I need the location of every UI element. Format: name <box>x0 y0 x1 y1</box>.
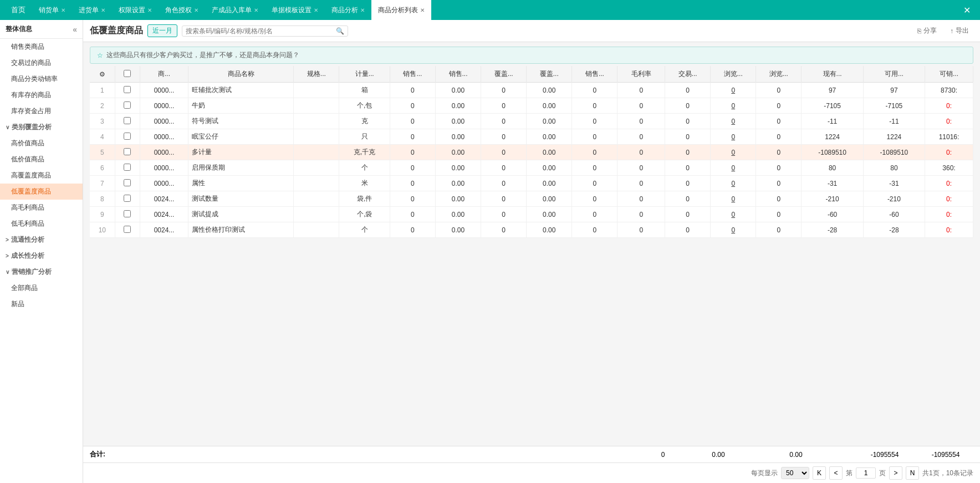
nav-product-entry[interactable]: 产成品入库单 ✕ <box>205 0 265 20</box>
row-name: 测试数量 <box>188 191 293 207</box>
sidebar-group-marketing[interactable]: ∨ 营销推广分析 <box>0 264 83 280</box>
row-browse1[interactable]: 0 <box>711 191 756 207</box>
sidebar-item-low-margin[interactable]: 低毛利商品 <box>0 216 83 232</box>
prev-page-button[interactable]: < <box>829 466 843 480</box>
sidebar-item-stocked-goods[interactable]: 有库存的商品 <box>0 87 83 103</box>
row-sales-qty: 0 <box>390 129 435 145</box>
row-checkbox-cell[interactable] <box>115 160 140 176</box>
row-checkbox[interactable] <box>124 86 131 93</box>
col-settings[interactable]: ⚙ <box>90 66 115 83</box>
sidebar-item-capital-occupy[interactable]: 库存资金占用 <box>0 103 83 119</box>
table-container[interactable]: ⚙ 商... 商品名称 规格... 计量... 销售... 销售... 覆盖..… <box>90 66 973 446</box>
row-browse1[interactable]: 0 <box>711 160 756 176</box>
row-checkbox[interactable] <box>124 179 131 186</box>
total-pages-info: 共1页，10条记录 <box>922 469 973 478</box>
page-size-select[interactable]: 50 20 100 200 <box>781 467 809 479</box>
nav-close-permissions[interactable]: ✕ <box>147 7 152 13</box>
row-spec <box>294 191 339 207</box>
row-coverage2: 0.00 <box>527 83 572 98</box>
row-checkbox[interactable] <box>124 195 131 202</box>
row-checkbox-cell[interactable] <box>115 207 140 222</box>
row-checkbox[interactable] <box>124 226 131 233</box>
row-checkbox-cell[interactable] <box>115 83 140 98</box>
nav-permissions[interactable]: 权限设置 ✕ <box>112 0 159 20</box>
sidebar-item-category-sales-rate[interactable]: 商品分类动销率 <box>0 71 83 87</box>
nav-close-product-analysis[interactable]: ✕ <box>360 7 365 13</box>
row-checkbox[interactable] <box>124 101 131 109</box>
share-button[interactable]: ⎘ 分享 <box>913 24 941 37</box>
row-number: 1 <box>90 83 115 98</box>
nav-close-sales-order[interactable]: ✕ <box>61 7 65 13</box>
row-browse1[interactable]: 0 <box>711 114 756 129</box>
row-current-stock: 1224 <box>802 129 863 145</box>
sidebar-item-new-goods[interactable]: 新品 <box>0 296 83 312</box>
sidebar-item-high-margin[interactable]: 高毛利商品 <box>0 200 83 216</box>
row-name: 旺辅批次测试 <box>188 83 293 98</box>
settings-icon[interactable]: ⚙ <box>99 70 105 78</box>
row-gross-margin: 0 <box>617 129 665 145</box>
sidebar-group-category-coverage[interactable]: ∨ 类别覆盖分析 <box>0 119 83 135</box>
sidebar-collapse-icon[interactable]: « <box>73 25 77 34</box>
window-close-button[interactable]: ✕ <box>958 0 976 20</box>
select-all-checkbox[interactable] <box>124 70 131 77</box>
nav-close-product-analysis-list[interactable]: ✕ <box>420 7 425 13</box>
sidebar-item-high-value[interactable]: 高价值商品 <box>0 135 83 151</box>
row-browse1[interactable]: 0 <box>711 176 756 191</box>
nav-close-purchase-order[interactable]: ✕ <box>101 7 105 13</box>
sidebar-item-traded-goods[interactable]: 交易过的商品 <box>0 55 83 71</box>
nav-product-analysis-list[interactable]: 商品分析列表 ✕ <box>371 0 431 20</box>
row-checkbox-cell[interactable] <box>115 129 140 145</box>
col-sales-amt: 销售... <box>435 66 481 83</box>
first-page-button[interactable]: K <box>813 466 826 480</box>
export-button[interactable]: ↑ 导出 <box>946 24 973 37</box>
row-checkbox[interactable] <box>124 117 131 124</box>
nav-template-settings[interactable]: 单据模板设置 ✕ <box>265 0 325 20</box>
sidebar-header[interactable]: 整体信息 « <box>0 20 83 39</box>
row-checkbox-cell[interactable] <box>115 98 140 114</box>
col-code: 商... <box>140 66 188 83</box>
sidebar-item-all-goods[interactable]: 全部商品 <box>0 280 83 296</box>
page-number-input[interactable] <box>856 467 876 479</box>
col-sellable: 可销... <box>925 66 973 83</box>
row-checkbox-cell[interactable] <box>115 222 140 238</box>
nav-close-product-entry[interactable]: ✕ <box>254 7 258 13</box>
next-page-button[interactable]: > <box>889 466 902 480</box>
row-browse1[interactable]: 0 <box>711 98 756 114</box>
row-current-stock: -28 <box>802 222 863 238</box>
nav-role-auth[interactable]: 角色授权 ✕ <box>159 0 205 20</box>
search-input[interactable] <box>186 27 336 35</box>
nav-sales-order[interactable]: 销货单 ✕ <box>32 0 72 20</box>
row-checkbox[interactable] <box>124 133 131 140</box>
row-checkbox[interactable] <box>124 164 131 171</box>
row-checkbox[interactable] <box>124 148 131 155</box>
row-browse1[interactable]: 0 <box>711 222 756 238</box>
nav-close-role-auth[interactable]: ✕ <box>194 7 198 13</box>
row-checkbox-cell[interactable] <box>115 145 140 160</box>
sidebar-item-sales-goods[interactable]: 销售类商品 <box>0 39 83 55</box>
row-browse1[interactable]: 0 <box>711 129 756 145</box>
col-coverage1: 覆盖... <box>481 66 527 83</box>
nav-product-analysis[interactable]: 商品分析 ✕ <box>325 0 371 20</box>
nav-close-template-settings[interactable]: ✕ <box>314 7 318 13</box>
sidebar-item-low-coverage[interactable]: 低覆盖度商品 <box>0 184 83 200</box>
row-browse1[interactable]: 0 <box>711 207 756 222</box>
row-browse1[interactable]: 0 <box>711 145 756 160</box>
row-browse1[interactable]: 0 <box>711 83 756 98</box>
totals-sales-qty: 0 <box>630 451 696 459</box>
row-checkbox-cell[interactable] <box>115 176 140 191</box>
nav-purchase-order[interactable]: 进货单 ✕ <box>72 0 112 20</box>
sidebar-group-growth[interactable]: > 成长性分析 <box>0 248 83 264</box>
search-icon[interactable]: 🔍 <box>336 27 344 35</box>
totals-coverage2: 0.00 <box>741 451 851 459</box>
nav-home[interactable]: 首页 <box>4 0 32 20</box>
row-available: -210 <box>863 191 925 207</box>
sidebar-item-high-coverage[interactable]: 高覆盖度商品 <box>0 167 83 184</box>
row-checkbox[interactable] <box>124 210 131 217</box>
row-sales-qty: 0 <box>390 145 435 160</box>
row-checkbox-cell[interactable] <box>115 114 140 129</box>
time-filter-button[interactable]: 近一月 <box>147 24 177 37</box>
sidebar-item-low-value[interactable]: 低价值商品 <box>0 151 83 167</box>
last-page-button[interactable]: N <box>906 466 919 480</box>
sidebar-group-liquidity[interactable]: > 流通性分析 <box>0 232 83 248</box>
row-checkbox-cell[interactable] <box>115 191 140 207</box>
